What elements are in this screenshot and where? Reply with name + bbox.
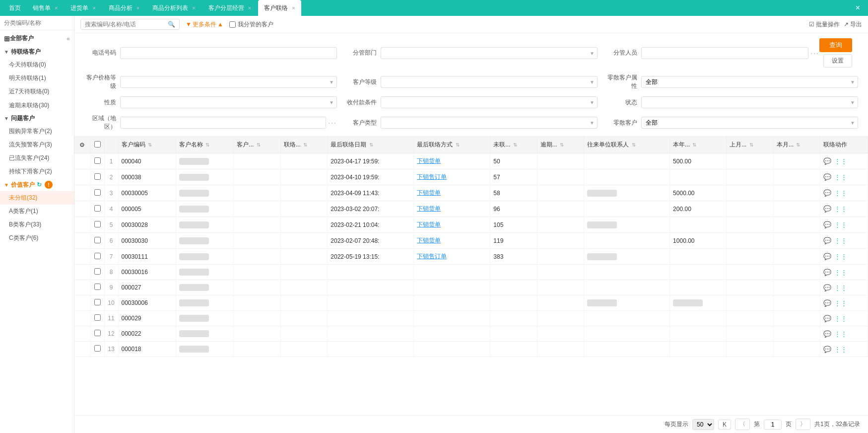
nav-tab-customer-contact[interactable]: 客户联络 × — [258, 0, 301, 16]
message-action-icon[interactable]: 💬 — [823, 346, 831, 353]
message-action-icon[interactable]: 💬 — [823, 330, 831, 338]
row-checkbox[interactable] — [94, 299, 101, 305]
message-action-icon[interactable]: 💬 — [823, 284, 831, 291]
message-action-icon[interactable]: 💬 — [823, 205, 831, 213]
sidebar-item-overdue[interactable]: 逾期未联络(30) — [0, 99, 74, 112]
col-this-month[interactable]: 本月... ⇅ — [773, 137, 820, 153]
export-button[interactable]: ↗ 导出 — [844, 20, 862, 29]
nav-tab-customer-seg[interactable]: 客户分层经营 × — [202, 0, 257, 16]
customer-type-select[interactable] — [381, 117, 598, 129]
my-customers-checkbox[interactable] — [229, 21, 236, 28]
row-checkbox[interactable] — [94, 330, 101, 336]
row-checkbox[interactable] — [94, 173, 101, 180]
more-conditions-button[interactable]: ▼ 更多条件 ▲ — [186, 20, 223, 29]
last-method-link[interactable]: 下销售订单 — [417, 173, 447, 180]
more-action-icon[interactable]: ⋮⋮ — [834, 221, 847, 228]
message-action-icon[interactable]: 💬 — [823, 269, 831, 276]
message-action-icon[interactable]: 💬 — [823, 253, 831, 260]
refresh-icon[interactable]: ↻ — [37, 181, 42, 188]
message-action-icon[interactable]: 💬 — [823, 189, 831, 197]
row-checkbox[interactable] — [94, 345, 101, 352]
more-action-icon[interactable]: ⋮⋮ — [834, 269, 847, 276]
sidebar-item-class-c[interactable]: C类客户(6) — [0, 231, 74, 245]
nav-tab-sales[interactable]: 销售单 × — [27, 0, 64, 16]
query-button[interactable]: 查询 — [819, 38, 852, 52]
more-icon[interactable]: ··· — [328, 119, 337, 127]
close-icon[interactable]: × — [136, 5, 139, 11]
window-close-button[interactable]: × — [852, 3, 864, 12]
customer-level-select[interactable] — [381, 76, 598, 88]
region-input[interactable] — [120, 117, 326, 129]
row-checkbox[interactable] — [94, 237, 101, 243]
col-not-contact[interactable]: 未联... ⇅ — [490, 137, 537, 153]
message-action-icon[interactable]: 💬 — [823, 157, 831, 165]
retail-select[interactable]: 全部 — [641, 117, 858, 129]
col-settings[interactable]: ⚙ — [74, 137, 90, 153]
col-last-month[interactable]: 上月... ⇅ — [727, 137, 774, 153]
search-icon[interactable]: 🔍 — [168, 21, 175, 28]
status-select[interactable] — [641, 96, 858, 108]
first-page-button[interactable]: K — [718, 420, 731, 430]
sidebar-item-class-a[interactable]: A类客户(1) — [0, 205, 74, 218]
more-action-icon[interactable]: ⋮⋮ — [834, 237, 847, 244]
col-overdue[interactable]: 逾期... ⇅ — [537, 137, 584, 153]
nature-select[interactable] — [120, 96, 337, 108]
more-action-icon[interactable]: ⋮⋮ — [834, 284, 847, 291]
more-action-icon[interactable]: ⋮⋮ — [834, 189, 847, 197]
last-method-link[interactable]: 下销货单 — [417, 157, 441, 164]
sidebar-item-class-b[interactable]: B类客户(33) — [0, 218, 74, 231]
dept-select[interactable] — [381, 47, 598, 59]
col-type[interactable]: 客户... ⇅ — [234, 137, 281, 153]
nav-tab-analysis-list[interactable]: 商品分析列表 × — [146, 0, 201, 16]
row-checkbox[interactable] — [94, 268, 101, 275]
message-action-icon[interactable]: 💬 — [823, 237, 831, 244]
close-icon[interactable]: × — [192, 5, 195, 11]
phone-input[interactable] — [120, 47, 337, 59]
page-number-input[interactable] — [764, 420, 782, 430]
close-icon[interactable]: × — [292, 5, 295, 11]
reset-button[interactable]: 设置 — [823, 54, 852, 68]
message-action-icon[interactable]: 💬 — [823, 315, 831, 322]
sidebar-collapse-button[interactable]: « — [67, 35, 70, 42]
col-code[interactable]: 客户编码 ⇅ — [118, 137, 176, 153]
row-checkbox[interactable] — [94, 253, 101, 259]
sidebar-group-pending[interactable]: ▼ 待联络客户 — [0, 46, 74, 58]
sidebar-item-today[interactable]: 今天待联络(0) — [0, 58, 74, 72]
more-action-icon[interactable]: ⋮⋮ — [834, 315, 847, 322]
last-method-link[interactable]: 下销货单 — [417, 221, 441, 228]
per-page-select[interactable]: 50 — [692, 419, 714, 430]
close-icon[interactable]: × — [248, 5, 251, 11]
message-action-icon[interactable]: 💬 — [823, 299, 831, 307]
last-method-link[interactable]: 下销货单 — [417, 189, 441, 196]
nav-home[interactable]: 首页 — [4, 0, 26, 16]
more-action-icon[interactable]: ⋮⋮ — [834, 157, 847, 165]
more-action-icon[interactable]: ⋮⋮ — [834, 205, 847, 213]
prev-page-button[interactable]: 〈 — [735, 419, 750, 430]
payment-select[interactable] — [381, 96, 598, 108]
more-action-icon[interactable]: ⋮⋮ — [834, 346, 847, 353]
more-icon[interactable]: ··· — [810, 49, 819, 57]
sidebar-item-7days[interactable]: 近7天待联络(0) — [0, 85, 74, 98]
col-name[interactable]: 客户名称 ⇅ — [176, 137, 233, 153]
row-checkbox[interactable] — [94, 157, 101, 164]
sidebar-item-churn-warning[interactable]: 流失预警客户(3) — [0, 138, 74, 151]
last-method-link[interactable]: 下销售订单 — [417, 253, 447, 260]
col-this-year[interactable]: 本年... ⇅ — [670, 137, 727, 153]
nav-tab-purchase[interactable]: 进货单 × — [65, 0, 101, 16]
close-icon[interactable]: × — [92, 5, 95, 11]
row-checkbox[interactable] — [94, 205, 101, 212]
search-input[interactable] — [85, 21, 166, 28]
bulk-ops-button[interactable]: ☑ 批量操作 — [809, 20, 840, 29]
price-level-select[interactable] — [120, 76, 337, 88]
sidebar-all-customers[interactable]: ⊞ 全部客户 « — [0, 30, 74, 46]
more-action-icon[interactable]: ⋮⋮ — [834, 173, 847, 181]
nav-tab-analysis[interactable]: 商品分析 × — [103, 0, 145, 16]
sidebar-search-input[interactable] — [4, 19, 74, 26]
col-last-date[interactable]: 最后联络日期 ⇅ — [328, 137, 414, 153]
last-method-link[interactable]: 下销货单 — [417, 237, 441, 244]
retail-attr-select[interactable]: 全部 — [641, 76, 858, 88]
row-checkbox[interactable] — [94, 221, 101, 227]
sidebar-item-churned[interactable]: 已流失客户(24) — [0, 151, 74, 165]
row-checkbox[interactable] — [94, 189, 101, 196]
more-action-icon[interactable]: ⋮⋮ — [834, 330, 847, 338]
